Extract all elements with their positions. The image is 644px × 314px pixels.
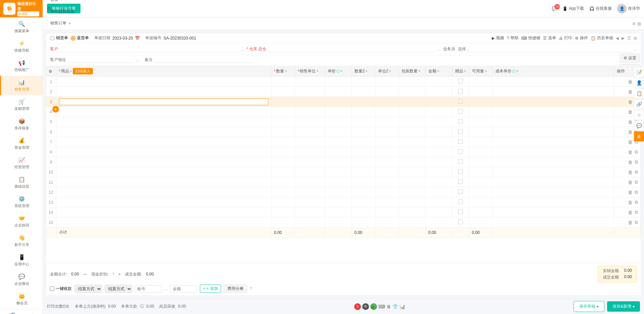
row-cost-1[interactable] [492, 77, 614, 87]
operate-action[interactable]: ⚙ 操作 [575, 35, 588, 41]
message-wrap[interactable]: 💬 70 [552, 6, 557, 11]
row-pack-6[interactable] [398, 127, 425, 137]
row-price-4[interactable] [325, 107, 352, 117]
row-qty-15[interactable] [271, 217, 294, 228]
sidebar-item-fund-mgmt[interactable]: 💰 资金管理 [0, 134, 43, 153]
row-unit-11[interactable] [294, 177, 325, 187]
row-unit-8[interactable] [294, 147, 325, 157]
radio-sales-delivery[interactable]: 销货单 [50, 35, 68, 41]
cost-sort-icon[interactable]: ⇅ [516, 70, 519, 73]
row-qty2-6[interactable] [352, 127, 375, 137]
copy-icon-10[interactable]: ⧉ [635, 169, 638, 175]
copy-icon-8[interactable]: ⧉ [635, 149, 638, 155]
row-price-15[interactable] [325, 217, 352, 228]
discount-help-icon[interactable]: ? [112, 272, 114, 276]
row-price-9[interactable] [325, 157, 352, 167]
row-unit2-13[interactable] [375, 197, 398, 207]
gift-checkbox-5[interactable] [458, 119, 463, 124]
unit-sort-icon[interactable]: ⇅ [316, 70, 319, 73]
gift-checkbox-8[interactable] [458, 149, 463, 154]
row-product-12[interactable] [56, 187, 271, 197]
delete-icon-8[interactable]: 🗑 [628, 149, 633, 155]
row-gift-11[interactable] [452, 177, 469, 187]
tab-close-sales-order[interactable]: ✕ [68, 21, 71, 25]
row-product-14[interactable] [56, 207, 271, 217]
pay-checkbox-input[interactable] [50, 287, 54, 291]
row-unit2-8[interactable] [375, 147, 398, 157]
row-pack-4[interactable] [398, 107, 425, 117]
row-unit-9[interactable] [294, 157, 325, 167]
tab-close-price-setting[interactable]: ✕ [76, 10, 79, 13]
row-unit-6[interactable] [294, 127, 325, 137]
row-avail-10[interactable] [469, 167, 492, 177]
input-icon-s[interactable]: S [354, 303, 361, 310]
row-unit2-11[interactable] [375, 177, 398, 187]
gift-checkbox-2[interactable] [458, 89, 463, 93]
row-product-4[interactable] [56, 107, 271, 117]
delete-icon-10[interactable]: 🗑 [628, 170, 633, 175]
row-unit2-5[interactable] [375, 117, 398, 127]
right-icon-6[interactable]: 💬 [634, 121, 644, 131]
row-avail-5[interactable] [469, 117, 492, 127]
row-qty-1[interactable] [271, 77, 294, 87]
row-price-11[interactable] [325, 177, 352, 187]
prev-record-icon[interactable]: ◀ [616, 36, 619, 41]
salesperson-input[interactable] [457, 46, 632, 52]
row-unit2-7[interactable] [375, 137, 398, 147]
row-unit2-4[interactable] [375, 107, 398, 117]
gift-checkbox-7[interactable] [458, 139, 463, 144]
shortcut-action[interactable]: ⌨ 快捷键 [521, 35, 540, 41]
row-product-6[interactable] [56, 127, 271, 137]
row-amount-4[interactable] [425, 107, 452, 117]
right-icon-2[interactable]: 👤 [634, 78, 644, 88]
row-qty-13[interactable] [271, 197, 294, 207]
row-cost-15[interactable] [492, 217, 614, 228]
online-service-btn[interactable]: 🎧 在线客服 [589, 6, 612, 11]
row-pack-15[interactable] [398, 217, 425, 228]
row-amount-6[interactable] [425, 127, 452, 137]
row-qty2-10[interactable] [352, 167, 375, 177]
gift-checkbox-3[interactable] [458, 99, 463, 104]
row-gift-2[interactable] [452, 87, 469, 97]
row-price-2[interactable] [325, 87, 352, 97]
sidebar-item-member[interactable]: 👑 畅会员 [0, 290, 43, 309]
row-unit2-14[interactable] [375, 207, 398, 217]
row-avail-9[interactable] [469, 157, 492, 167]
row-avail-13[interactable] [469, 197, 492, 207]
select-action[interactable]: ☰ 选单 [543, 35, 556, 41]
right-icon-1[interactable]: 📝 [634, 67, 644, 77]
gift-checkbox-13[interactable] [458, 199, 463, 204]
delete-icon-15[interactable]: 🗑 [628, 220, 633, 225]
row-unit-1[interactable] [294, 77, 325, 87]
fee-help-icon[interactable]: ? [250, 287, 252, 291]
row-avail-15[interactable] [469, 217, 492, 228]
row-unit-7[interactable] [294, 137, 325, 147]
sidebar-bottom[interactable]: ⚙️ ◀ [0, 309, 43, 314]
row-qty2-15[interactable] [352, 217, 375, 228]
row-qty2-7[interactable] [352, 137, 375, 147]
collapse-icon[interactable]: ◀ [29, 312, 33, 314]
row-price-8[interactable] [325, 147, 352, 157]
row-qty-4[interactable] [271, 107, 294, 117]
account-input[interactable] [135, 285, 162, 293]
sidebar-item-marketing[interactable]: 📢 营销推广 [0, 56, 43, 76]
row-pack-2[interactable] [398, 87, 425, 97]
amount-input[interactable] [170, 285, 197, 293]
row-qty-5[interactable] [271, 117, 294, 127]
sidebar-item-search-menu[interactable]: 🔍 搜索菜单 [0, 17, 43, 37]
copy-icon-14[interactable]: ⧉ [635, 209, 638, 215]
gift-checkbox-12[interactable] [458, 189, 463, 194]
gift-sort-icon[interactable]: ⇅ [464, 70, 466, 73]
row-product-2[interactable] [56, 87, 271, 97]
row-unit2-3[interactable] [375, 97, 398, 107]
row-avail-11[interactable] [469, 177, 492, 187]
row-gift-14[interactable] [452, 207, 469, 217]
settings-icon[interactable]: ⚙️ [9, 312, 16, 314]
row-unit-5[interactable] [294, 117, 325, 127]
account-ellipsis[interactable]: ... [164, 287, 168, 291]
row-product-11[interactable] [56, 177, 271, 187]
row-price-12[interactable] [325, 187, 352, 197]
row-pack-1[interactable] [398, 77, 425, 87]
add-row-icon[interactable]: + [52, 106, 59, 113]
row-avail-8[interactable] [469, 147, 492, 157]
